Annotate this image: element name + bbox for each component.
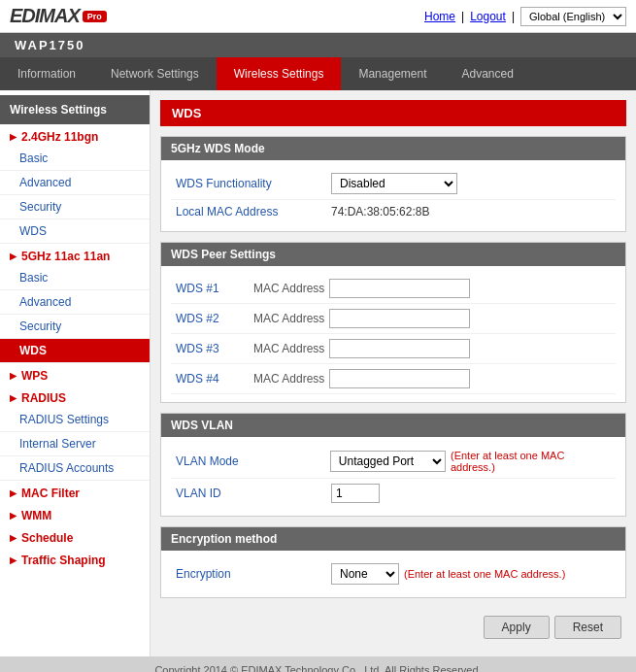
section-wds-vlan-body: VLAN Mode Untagged Port Tagged Port (Ent… xyxy=(161,437,625,516)
tab-management[interactable]: Management xyxy=(341,57,444,90)
sidebar-item-security-2g[interactable]: Security xyxy=(0,195,150,219)
sidebar-group-wmm[interactable]: WMM xyxy=(0,503,150,525)
peer-row-1: WDS #1 MAC Address xyxy=(171,274,616,304)
local-mac-value: 74:DA:38:05:62:8B xyxy=(331,205,429,218)
sidebar-item-radius-settings[interactable]: RADIUS Settings xyxy=(0,408,150,432)
brand-name: EDIMAX xyxy=(10,5,80,27)
wds2-label: WDS #2 xyxy=(176,312,253,325)
encryption-select[interactable]: None WEP AES xyxy=(331,563,399,585)
sidebar-item-wds-2g[interactable]: WDS xyxy=(0,219,150,244)
main-layout: Wireless Settings 2.4GHz 11bgn Basic Adv… xyxy=(0,90,636,656)
sidebar-group-radius[interactable]: RADIUS xyxy=(0,386,150,408)
wds3-mac-input[interactable] xyxy=(329,339,470,358)
section-encryption-body: Encryption None WEP AES (Enter at least … xyxy=(161,551,625,597)
sidebar-item-advanced-2g[interactable]: Advanced xyxy=(0,171,150,195)
section-wds-peer: WDS Peer Settings WDS #1 MAC Address WDS… xyxy=(160,242,626,403)
sidebar-title: Wireless Settings xyxy=(0,95,150,124)
section-wds-mode-body: WDS Functionality Disabled Enabled Local… xyxy=(161,160,625,231)
wds2-mac-label: MAC Address xyxy=(253,312,324,325)
section-encryption: Encryption method Encryption None WEP AE… xyxy=(160,526,626,598)
section-wds-mode-header: 5GHz WDS Mode xyxy=(161,137,625,160)
wds1-mac-input[interactable] xyxy=(329,279,470,298)
tab-advanced[interactable]: Advanced xyxy=(444,57,530,90)
top-bar: EDIMAX Pro Home | Logout | Global (Engli… xyxy=(0,0,636,33)
logo: EDIMAX Pro xyxy=(10,5,107,27)
top-links: Home | Logout | Global (English) xyxy=(424,7,626,26)
vlan-hint: (Enter at least one MAC address.) xyxy=(451,450,611,473)
sidebar-group-5ghz[interactable]: 5GHz 11ac 11an xyxy=(0,244,150,266)
wds4-mac-label: MAC Address xyxy=(253,372,324,386)
nav-tabs: Information Network Settings Wireless Se… xyxy=(0,57,636,90)
sidebar: Wireless Settings 2.4GHz 11bgn Basic Adv… xyxy=(0,90,151,656)
sidebar-item-wds-5g[interactable]: WDS xyxy=(0,339,150,363)
sidebar-group-wps[interactable]: WPS xyxy=(0,363,150,386)
wds2-mac-input[interactable] xyxy=(329,309,470,328)
vlan-id-label: VLAN ID xyxy=(176,487,331,500)
separator2: | xyxy=(512,10,515,23)
form-row-encryption: Encryption None WEP AES (Enter at least … xyxy=(171,558,616,589)
tab-wireless-settings[interactable]: Wireless Settings xyxy=(217,57,342,90)
local-mac-label: Local MAC Address xyxy=(176,205,331,218)
language-select[interactable]: Global (English) xyxy=(520,7,626,26)
wds4-mac-input[interactable] xyxy=(329,369,470,388)
button-row: Apply Reset xyxy=(160,608,626,647)
wds3-label: WDS #3 xyxy=(176,342,253,355)
form-row-local-mac: Local MAC Address 74:DA:38:05:62:8B xyxy=(171,200,616,223)
sidebar-item-radius-accounts[interactable]: RADIUS Accounts xyxy=(0,456,150,481)
form-row-wds-functionality: WDS Functionality Disabled Enabled xyxy=(171,168,616,200)
pro-badge: Pro xyxy=(83,11,107,22)
home-link[interactable]: Home xyxy=(424,10,455,23)
device-model: WAP1750 xyxy=(15,38,85,52)
wds1-label: WDS #1 xyxy=(176,282,253,295)
wds3-mac-label: MAC Address xyxy=(253,342,324,355)
section-wds-mode: 5GHz WDS Mode WDS Functionality Disabled… xyxy=(160,136,626,232)
sidebar-item-basic-2g[interactable]: Basic xyxy=(0,147,150,171)
peer-row-3: WDS #3 MAC Address xyxy=(171,334,616,364)
content-area: WDS 5GHz WDS Mode WDS Functionality Disa… xyxy=(151,90,636,656)
encryption-hint: (Enter at least one MAC address.) xyxy=(404,568,565,580)
sidebar-group-traffic-shaping[interactable]: Traffic Shaping xyxy=(0,548,150,570)
vlan-id-input[interactable] xyxy=(331,484,380,503)
sidebar-item-security-5g[interactable]: Security xyxy=(0,315,150,339)
section-wds-peer-body: WDS #1 MAC Address WDS #2 MAC Address WD… xyxy=(161,266,625,402)
apply-button[interactable]: Apply xyxy=(484,616,550,639)
footer: Copyright 2014 © EDIMAX Technology Co., … xyxy=(0,656,636,672)
form-row-vlan-mode: VLAN Mode Untagged Port Tagged Port (Ent… xyxy=(171,445,616,479)
peer-row-4: WDS #4 MAC Address xyxy=(171,364,616,394)
peer-row-2: WDS #2 MAC Address xyxy=(171,304,616,334)
sidebar-group-schedule[interactable]: Schedule xyxy=(0,525,150,548)
separator1: | xyxy=(461,10,464,23)
section-wds-peer-header: WDS Peer Settings xyxy=(161,243,625,266)
tab-network-settings[interactable]: Network Settings xyxy=(93,57,217,90)
sidebar-item-basic-5g[interactable]: Basic xyxy=(0,266,150,290)
sidebar-item-internal-server[interactable]: Internal Server xyxy=(0,432,150,456)
section-encryption-header: Encryption method xyxy=(161,527,625,551)
device-bar: WAP1750 xyxy=(0,33,636,57)
vlan-mode-label: VLAN Mode xyxy=(176,454,330,468)
sidebar-group-2.4ghz[interactable]: 2.4GHz 11bgn xyxy=(0,124,150,147)
encryption-label: Encryption xyxy=(176,567,331,581)
sidebar-group-mac-filter[interactable]: MAC Filter xyxy=(0,481,150,503)
section-wds-vlan: WDS VLAN VLAN Mode Untagged Port Tagged … xyxy=(160,413,626,517)
tab-information[interactable]: Information xyxy=(0,57,93,90)
reset-button[interactable]: Reset xyxy=(554,616,621,639)
wds4-label: WDS #4 xyxy=(176,372,253,386)
page-title: WDS xyxy=(160,100,626,126)
wds-functionality-label: WDS Functionality xyxy=(176,177,331,190)
wds-functionality-control: Disabled Enabled xyxy=(331,173,457,194)
wds1-mac-label: MAC Address xyxy=(253,282,324,295)
footer-text: Copyright 2014 © EDIMAX Technology Co., … xyxy=(154,664,481,672)
vlan-mode-select[interactable]: Untagged Port Tagged Port xyxy=(330,451,446,472)
section-wds-vlan-header: WDS VLAN xyxy=(161,414,625,437)
logout-link[interactable]: Logout xyxy=(470,10,506,23)
form-row-vlan-id: VLAN ID xyxy=(171,479,616,508)
sidebar-item-advanced-5g[interactable]: Advanced xyxy=(0,290,150,315)
wds-functionality-select[interactable]: Disabled Enabled xyxy=(331,173,457,194)
